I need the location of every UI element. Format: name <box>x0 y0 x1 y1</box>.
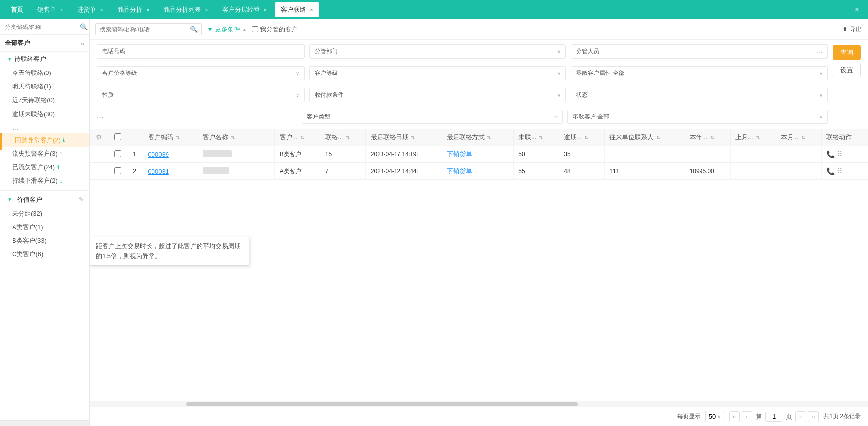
row2-select-checkbox[interactable] <box>114 167 121 174</box>
horizontal-scrollbar[interactable] <box>90 401 868 407</box>
row2-phone-icon[interactable]: 📞 <box>826 167 835 175</box>
filter-status[interactable]: 状态 ∨ <box>571 88 828 102</box>
row1-phone-icon[interactable]: 📞 <box>826 150 835 158</box>
filter-price-level[interactable]: 客户价格等级 ∨ <box>97 66 305 80</box>
row2-code-link[interactable]: 000031 <box>148 168 169 175</box>
sidebar-item-churn-warning[interactable]: 流失预警客户(3) ℹ <box>0 147 89 161</box>
nav-analysis[interactable]: 商品分析 × <box>111 2 155 17</box>
first-page-btn[interactable]: « <box>729 411 740 422</box>
nav-sales-close[interactable]: × <box>60 7 63 13</box>
col-name-header[interactable]: 客户名称 ⇅ <box>198 129 274 146</box>
filter-dots-icon[interactable]: ··· <box>97 113 103 121</box>
sidebar-item-repurchase-abnormal[interactable]: 回购异常客户(2) ℹ <box>0 133 89 147</box>
col-lastmethod-header[interactable]: 最后联络方式 ⇅ <box>442 129 514 146</box>
churn-warning-info-icon[interactable]: ℹ <box>60 150 62 157</box>
row2-checkbox[interactable] <box>109 163 126 180</box>
gear-settings-icon[interactable]: ⚙ <box>96 133 102 141</box>
col-thisyear-header[interactable]: 本年... ⇅ <box>685 129 730 146</box>
filter-scatter-customer[interactable]: 零散客户 全部 ∨ <box>567 110 828 124</box>
filter-payment[interactable]: 收付款条件 ∨ <box>309 88 566 102</box>
sidebar-item-tomorrow[interactable]: 明天待联络(1) <box>0 80 89 93</box>
my-customer-checkbox[interactable] <box>252 26 258 32</box>
nav-home[interactable]: 首页 <box>5 2 29 17</box>
query-button[interactable]: 查询 <box>833 45 861 60</box>
row1-lastmethod-link[interactable]: 下销货单 <box>447 150 472 158</box>
filter-customer-level[interactable]: 客户等级 ∨ <box>309 66 566 80</box>
filter-search-input[interactable] <box>100 26 187 33</box>
nav-customer-contact-close[interactable]: × <box>310 7 313 13</box>
sidebar-group-value[interactable]: ▼ 价值客户 ✎ <box>0 192 89 207</box>
sidebar-item-today[interactable]: 今天待联络(0) <box>0 66 89 80</box>
close-all-button[interactable]: × <box>851 5 863 14</box>
lost-info-icon[interactable]: ℹ <box>57 164 59 171</box>
repurchase-info-icon[interactable]: ℹ <box>63 136 65 144</box>
sidebar-item-class-b[interactable]: B类客户(33) <box>0 234 89 248</box>
sidebar-item-declining[interactable]: 持续下滑客户(2) ℹ <box>0 174 89 188</box>
col-lastdate-header[interactable]: 最后联络日期 ⇅ <box>365 129 442 146</box>
scroll-thumb[interactable] <box>186 402 578 406</box>
sidebar-item-class-c[interactable]: C类客户(6) <box>0 248 89 261</box>
next-page-btn[interactable]: › <box>795 411 806 422</box>
page-number-input[interactable] <box>765 412 782 422</box>
sidebar-search-input[interactable] <box>5 24 77 30</box>
nav-customer-layer[interactable]: 客户分层经营 × <box>216 2 273 17</box>
nav-analysis-list-close[interactable]: × <box>205 7 208 13</box>
select-all-checkbox[interactable] <box>114 133 121 140</box>
row2-code[interactable]: 000031 <box>143 163 198 180</box>
filter-phone[interactable]: 电话号码 <box>97 44 305 59</box>
filter-search-icon[interactable]: 🔍 <box>190 26 198 33</box>
sidebar-scroll[interactable] <box>0 420 89 426</box>
nav-analysis-close[interactable]: × <box>146 7 149 13</box>
col-contact-header[interactable]: 联络... ⇅ <box>320 129 365 146</box>
nav-customer-layer-close[interactable]: × <box>264 7 267 13</box>
col-gear-header[interactable]: ⚙ <box>90 129 109 146</box>
sidebar-item-class-a[interactable]: A类客户(1) <box>0 220 89 234</box>
nav-purchase-close[interactable]: × <box>100 7 103 13</box>
filter-manager[interactable]: 分管人员 ··· <box>571 44 828 59</box>
col-lastmonth-header[interactable]: 上月... ⇅ <box>730 129 776 146</box>
sidebar-search-icon[interactable]: 🔍 <box>80 23 88 30</box>
setting-button[interactable]: 设置 <box>833 63 861 77</box>
sidebar-more-btn[interactable]: ... <box>0 121 89 133</box>
col-checkbox-header[interactable] <box>109 129 126 146</box>
sidebar-item-ungroup[interactable]: 未分组(32) <box>0 207 89 220</box>
col-type-header[interactable]: 客户... ⇅ <box>274 129 320 146</box>
row1-lastmethod[interactable]: 下销货单 <box>442 146 514 163</box>
filter-customer-type[interactable]: 客户类型 ∨ <box>302 110 562 124</box>
nav-customer-contact[interactable]: 客户联络 × <box>275 2 319 17</box>
more-filter-btn[interactable]: ▼ 更多条件 ▲ <box>207 25 247 34</box>
row2-name[interactable] <box>198 163 274 180</box>
row1-name[interactable] <box>198 146 274 163</box>
declining-info-icon[interactable]: ℹ <box>60 177 62 185</box>
last-page-btn[interactable]: » <box>808 411 819 422</box>
row1-select-checkbox[interactable] <box>114 150 121 157</box>
sidebar-group-pending[interactable]: ▼ 待联络客户 <box>0 52 89 66</box>
row2-lastmethod[interactable]: 下销货单 <box>442 163 514 180</box>
row1-code[interactable]: 000039 <box>143 146 198 163</box>
col-uncontact-header[interactable]: 未联... ⇅ <box>514 129 559 146</box>
prev-page-btn[interactable]: ‹ <box>742 411 752 422</box>
filter-nature[interactable]: 性质 ∨ <box>97 88 305 102</box>
col-code-header[interactable]: 客户编码 ⇅ <box>143 129 198 146</box>
filter-manager-dots[interactable]: ··· <box>817 48 822 56</box>
nav-purchase[interactable]: 进货单 × <box>71 2 108 17</box>
sidebar-collapse-icon[interactable]: « <box>81 40 84 47</box>
value-group-edit-icon[interactable]: ✎ <box>79 196 84 203</box>
col-overdue-header[interactable]: 逾期... ⇅ <box>559 129 605 146</box>
filter-scatter-attr[interactable]: 零散客户属性 全部 ∨ <box>571 66 828 80</box>
per-page-select[interactable]: 50 ∨ <box>705 411 724 422</box>
col-thismonth-header[interactable]: 本月... ⇅ <box>776 129 821 146</box>
export-btn[interactable]: ⬆ 导出 <box>842 25 862 34</box>
nav-sales[interactable]: 销售单 × <box>31 2 69 17</box>
row2-lastmethod-link[interactable]: 下销货单 <box>447 167 472 175</box>
sidebar-item-lost-customer[interactable]: 已流失客户(24) ℹ <box>0 161 89 174</box>
row1-more-icon[interactable]: ⠿ <box>838 150 842 158</box>
row2-more-icon[interactable]: ⠿ <box>838 167 842 175</box>
row1-code-link[interactable]: 000039 <box>148 151 169 158</box>
col-contact2-header[interactable]: 往来单位联系人 ⇅ <box>605 129 685 146</box>
row1-checkbox[interactable] <box>109 146 126 163</box>
nav-analysis-list[interactable]: 商品分析列表 × <box>157 2 213 17</box>
filter-dept[interactable]: 分管部门 ∨ <box>309 44 566 59</box>
sidebar-item-7days[interactable]: 近7天待联络(0) <box>0 93 89 107</box>
sidebar-item-overdue[interactable]: 逾期未联络(30) <box>0 107 89 121</box>
